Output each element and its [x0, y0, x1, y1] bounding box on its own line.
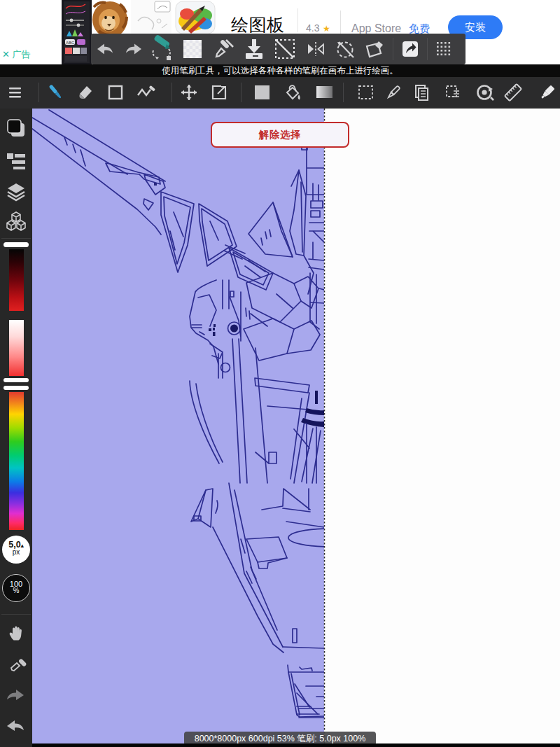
- svg-text:ABC: ABC: [66, 41, 75, 45]
